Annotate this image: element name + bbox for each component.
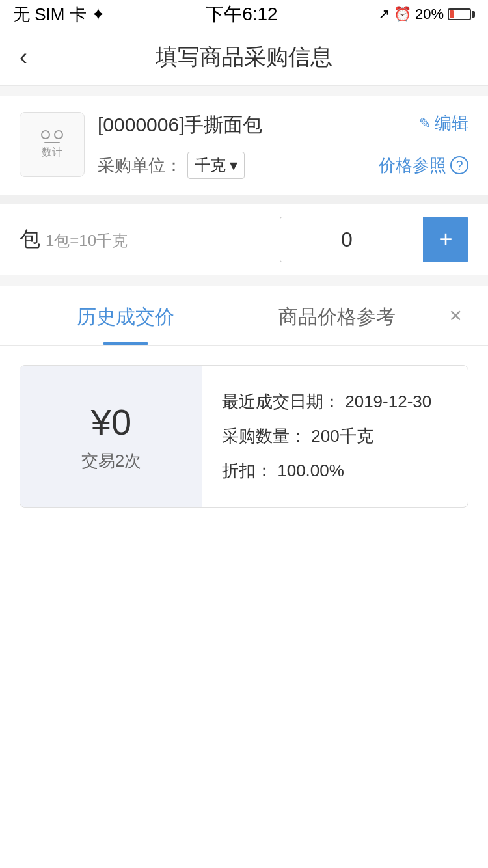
tab-panel: 历史成交价 商品价格参考 × ¥0 交易2次 最近成交日期： 2019-12-3… <box>0 286 488 527</box>
purchase-qty-row: 采购数量： 200千克 <box>222 424 448 449</box>
bottom-space <box>0 527 488 868</box>
section-divider <box>0 195 488 204</box>
price-card: ¥0 交易2次 最近成交日期： 2019-12-30 采购数量： 200千克 折… <box>20 365 468 508</box>
unit-select[interactable]: 千克 ▾ <box>187 152 245 179</box>
battery-icon <box>448 8 475 20</box>
unit-info: 包 1包=10千克 <box>20 225 128 254</box>
back-button[interactable]: ‹ <box>20 44 27 71</box>
status-left: 无 SIM 卡 ✦ <box>13 3 105 26</box>
price-left-panel: ¥0 交易2次 <box>20 366 202 507</box>
recent-date-label: 最近成交日期： <box>222 392 340 411</box>
unit-value: 千克 <box>195 155 226 176</box>
tab-history-price[interactable]: 历史成交价 <box>20 286 231 345</box>
tab-content: ¥0 交易2次 最近成交日期： 2019-12-30 采购数量： 200千克 折… <box>0 346 488 527</box>
price-reference-button[interactable]: 价格参照 ? <box>379 154 468 177</box>
purchase-unit-label: 采购单位： <box>98 154 182 177</box>
edit-button[interactable]: ✎ 编辑 <box>419 112 468 135</box>
discount-row: 折扣： 100.00% <box>222 458 448 483</box>
discount-label: 折扣： <box>222 461 273 480</box>
tab-header: 历史成交价 商品价格参考 × <box>0 286 488 346</box>
purchase-unit-row: 采购单位： 千克 ▾ 价格参照 ? <box>98 152 468 179</box>
trade-count: 交易2次 <box>81 450 141 472</box>
battery-percent-text: 20% <box>415 6 444 23</box>
sim-wifi-text: 无 SIM 卡 ✦ <box>13 3 105 26</box>
logo-label: 数计 <box>42 146 62 159</box>
status-bar: 无 SIM 卡 ✦ 下午6:12 ↗ ⏰ 20% <box>0 0 488 29</box>
product-info: [0000006]手撕面包 ✎ 编辑 采购单位： 千克 ▾ 价格参照 ? <box>98 112 468 179</box>
alarm-icon: ⏰ <box>394 6 411 23</box>
status-time: 下午6:12 <box>206 2 278 27</box>
logo-mouth <box>44 142 60 143</box>
product-logo: 数计 <box>20 112 85 177</box>
product-name: [0000006]手撕面包 <box>98 112 262 139</box>
price-amount: ¥0 <box>91 401 131 443</box>
product-header: [0000006]手撕面包 ✎ 编辑 <box>98 112 468 139</box>
tab-close-button[interactable]: × <box>442 296 468 334</box>
nav-bar: ‹ 填写商品采购信息 <box>0 29 488 86</box>
help-icon: ? <box>450 156 468 174</box>
status-right: ↗ ⏰ 20% <box>378 6 475 23</box>
quantity-input-wrap: + <box>141 217 468 262</box>
unit-conversion-text: 1包=10千克 <box>46 230 128 251</box>
price-right-panel: 最近成交日期： 2019-12-30 采购数量： 200千克 折扣： 100.0… <box>202 366 468 507</box>
purchase-qty-value: 200千克 <box>311 426 373 446</box>
edit-icon: ✎ <box>419 115 431 132</box>
discount-value: 100.00% <box>277 461 344 480</box>
price-ref-label: 价格参照 <box>379 154 446 177</box>
quantity-plus-button[interactable]: + <box>423 217 468 262</box>
quantity-row: 包 1包=10千克 + <box>0 204 488 275</box>
dropdown-icon: ▾ <box>230 156 237 174</box>
unit-big-label: 包 <box>20 225 40 254</box>
logo-eye-left <box>41 130 50 139</box>
quantity-input[interactable] <box>280 217 423 262</box>
tab-product-price-ref[interactable]: 商品价格参考 <box>231 286 442 345</box>
page-title: 填写商品采购信息 <box>156 42 332 72</box>
recent-date-value: 2019-12-30 <box>345 392 431 411</box>
location-icon: ↗ <box>378 6 390 23</box>
logo-eye-right <box>54 130 63 139</box>
edit-label: 编辑 <box>435 112 468 135</box>
recent-date-row: 最近成交日期： 2019-12-30 <box>222 389 448 414</box>
purchase-qty-label: 采购数量： <box>222 426 306 446</box>
product-card: 数计 [0000006]手撕面包 ✎ 编辑 采购单位： 千克 ▾ 价格参照 ? <box>0 96 488 195</box>
